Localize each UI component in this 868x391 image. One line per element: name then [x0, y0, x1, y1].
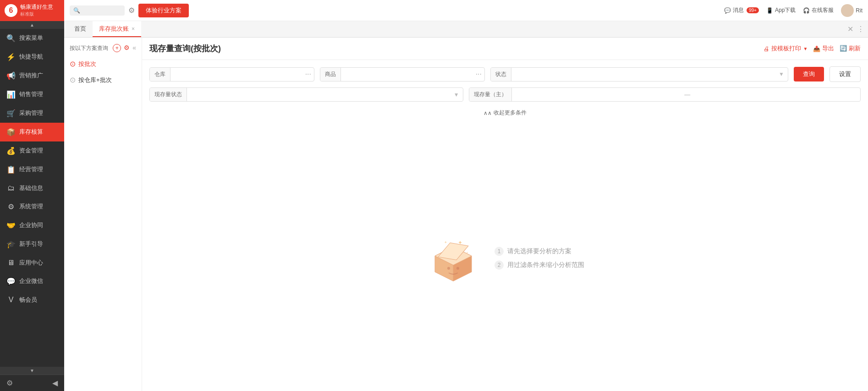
warehouse-batch-icon: ⊙ — [70, 76, 76, 84]
print-button[interactable]: 🖨 按模板打印 ▼ — [764, 44, 808, 53]
sidebar-item-wechat[interactable]: 💬企业微信 — [0, 272, 64, 291]
print-dropdown-icon[interactable]: ▼ — [803, 46, 808, 51]
stock-status-label: 现存量状态 — [150, 88, 187, 101]
stock-qty-separator: — — [682, 91, 692, 98]
sidebar-title: 畅康通好生意 — [20, 4, 53, 11]
filter-collapse-btn[interactable]: ∧∧ 收起更多条件 — [149, 107, 861, 119]
shortcut-icon: ⚡ — [6, 53, 16, 61]
sidebar-item-purchase[interactable]: 🛒采购管理 — [0, 104, 64, 123]
sidebar-item-basic[interactable]: 🗂基础信息 — [0, 179, 64, 197]
tip-1-text: 请先选择要分析的方案 — [507, 247, 571, 255]
sidebar-item-apps[interactable]: 🖥应用中心 — [0, 254, 64, 272]
sidebar-item-label: 销售管理 — [19, 90, 43, 98]
sidebar-item-operations[interactable]: 📋经营管理 — [0, 160, 64, 179]
sidebar-item-system[interactable]: ⚙系统管理 — [0, 197, 64, 216]
page-title-bar: 现存量查询(按批次) 🖨 按模板打印 ▼ 📤 导出 🔄 刷新 — [142, 38, 868, 60]
main-area: 🔍 ⚙ 体验行业方案 💬 消息 99+ 📱 App下载 🎧 在线客服 R — [64, 0, 868, 391]
stock-status-field: 现存量状态 ▼ — [149, 87, 463, 102]
topbar-gear-icon[interactable]: ⚙ — [128, 6, 135, 15]
search-icon: 🔍 — [73, 7, 80, 14]
panel-item-by-batch[interactable]: ⊙ 按批次 — [64, 56, 142, 72]
message-icon: 💬 — [724, 7, 731, 14]
sidebar-item-label: 资金管理 — [19, 147, 43, 155]
topbar-left: 🔍 ⚙ 体验行业方案 — [70, 4, 720, 17]
svg-text:✦: ✦ — [444, 240, 447, 244]
panel-item-by-warehouse-batch[interactable]: ⊙ 按仓库+批次 — [64, 72, 142, 88]
sidebar-scroll-down[interactable]: ▼ — [0, 367, 64, 375]
warehouse-input[interactable] — [170, 68, 302, 80]
empty-tip-2: 2 用过滤条件来缩小分析范围 — [494, 261, 584, 270]
tip-2-num: 2 — [494, 261, 504, 270]
sidebar-item-enterprise[interactable]: 🤝企业协同 — [0, 216, 64, 235]
sidebar-item-label: 应用中心 — [19, 259, 43, 267]
sidebar-bottom: ⚙ ◀ — [0, 375, 64, 391]
collapse-sidebar-icon[interactable]: ◀ — [52, 379, 58, 387]
tip-2-text: 用过滤条件来缩小分析范围 — [507, 261, 584, 269]
settings-icon[interactable]: ⚙ — [6, 379, 13, 387]
search-area[interactable]: 🔍 — [70, 5, 125, 16]
stock-status-select[interactable]: ▼ — [187, 89, 463, 101]
warehouse-more-icon[interactable]: ··· — [302, 70, 314, 78]
search-icon: 🔍 — [6, 34, 16, 43]
sidebar-item-member[interactable]: V畅会员 — [0, 291, 64, 309]
goods-field: 商品 ··· — [320, 67, 485, 81]
refresh-icon: 🔄 — [840, 45, 847, 52]
title-actions: 🖨 按模板打印 ▼ 📤 导出 🔄 刷新 — [764, 44, 861, 53]
empty-tip-1: 1 请先选择要分析的方案 — [494, 247, 584, 256]
batch-active-icon: ⊙ — [70, 60, 76, 68]
query-button[interactable]: 查询 — [794, 67, 824, 81]
sidebar-nav: 🔍搜索菜单⚡快捷导航📢营销推广📊销售管理🛒采购管理📦库存核算💰资金管理📋经营管理… — [0, 29, 64, 367]
app-download-action[interactable]: 📱 App下载 — [766, 6, 796, 14]
tab-inventory-batch[interactable]: 库存批次账 × — [93, 21, 141, 37]
settings-button[interactable]: 设置 — [830, 66, 861, 82]
sidebar-item-marketing[interactable]: 📢营销推广 — [0, 66, 64, 85]
tab-close-icon[interactable]: × — [132, 26, 135, 32]
export-button[interactable]: 📤 导出 — [813, 44, 834, 53]
sidebar-item-finance[interactable]: 💰资金管理 — [0, 141, 64, 160]
online-service-action[interactable]: 🎧 在线客服 — [803, 6, 834, 14]
goods-input[interactable] — [341, 68, 473, 80]
user-avatar-area[interactable]: Rit — [841, 4, 863, 17]
wechat-icon: 💬 — [6, 277, 16, 286]
sidebar: 6 畅康通好生意 标准版 ▲ 🔍搜索菜单⚡快捷导航📢营销推广📊销售管理🛒采购管理… — [0, 0, 64, 391]
finance-icon: 💰 — [6, 147, 16, 155]
tab-home[interactable]: 首页 — [68, 21, 93, 37]
panel-header: 按以下方案查询 + ⚙ « — [64, 42, 142, 56]
sidebar-item-label: 基础信息 — [19, 184, 43, 192]
refresh-button[interactable]: 🔄 刷新 — [840, 44, 861, 53]
goods-label: 商品 — [320, 68, 341, 81]
stock-qty-to-input[interactable] — [695, 89, 860, 101]
tab-menu-icon[interactable]: ⋮ — [857, 25, 864, 33]
status-field: 状态 ▼ — [490, 67, 788, 81]
svg-text:✦: ✦ — [466, 251, 468, 254]
sidebar-item-sales[interactable]: 📊销售管理 — [0, 85, 64, 104]
sidebar-item-label: 采购管理 — [19, 109, 43, 117]
sidebar-item-label: 系统管理 — [19, 202, 43, 211]
panel-settings-icon[interactable]: ⚙ — [124, 44, 130, 52]
sales-icon: 📊 — [6, 90, 16, 99]
sidebar-scroll-up[interactable]: ▲ — [0, 21, 64, 29]
panel-add-icon[interactable]: + — [113, 44, 121, 52]
system-icon: ⚙ — [6, 202, 16, 211]
sidebar-item-newbie[interactable]: 🎓新手引导 — [0, 235, 64, 254]
sidebar-item-label: 库存核算 — [19, 128, 43, 136]
stock-qty-from-input[interactable] — [515, 89, 680, 101]
sidebar-item-label: 营销推广 — [19, 71, 43, 80]
headset-icon: 🎧 — [803, 7, 810, 14]
svg-text:✦: ✦ — [458, 239, 462, 246]
status-select[interactable]: ▼ — [511, 68, 788, 80]
sidebar-item-shortcut[interactable]: ⚡快捷导航 — [0, 48, 64, 66]
trial-industry-button[interactable]: 体验行业方案 — [138, 4, 189, 17]
messages-action[interactable]: 💬 消息 99+ — [724, 6, 759, 14]
empty-tips: 1 请先选择要分析的方案 2 用过滤条件来缩小分析范围 — [494, 247, 584, 270]
warehouse-field: 仓库 ··· — [149, 67, 314, 81]
filter-area: 仓库 ··· 商品 ··· 状态 ▼ — [142, 60, 868, 125]
panel-collapse-icon[interactable]: « — [132, 44, 136, 52]
tab-close-right-icon[interactable]: ✕ — [847, 25, 853, 33]
status-dropdown-icon: ▼ — [779, 71, 784, 77]
sidebar-item-search[interactable]: 🔍搜索菜单 — [0, 29, 64, 48]
sidebar-item-label: 企业微信 — [19, 277, 43, 285]
goods-more-icon[interactable]: ··· — [473, 70, 484, 78]
filter-row-2: 现存量状态 ▼ 现存量（主） — — [149, 87, 861, 102]
sidebar-item-inventory[interactable]: 📦库存核算 — [0, 123, 64, 141]
